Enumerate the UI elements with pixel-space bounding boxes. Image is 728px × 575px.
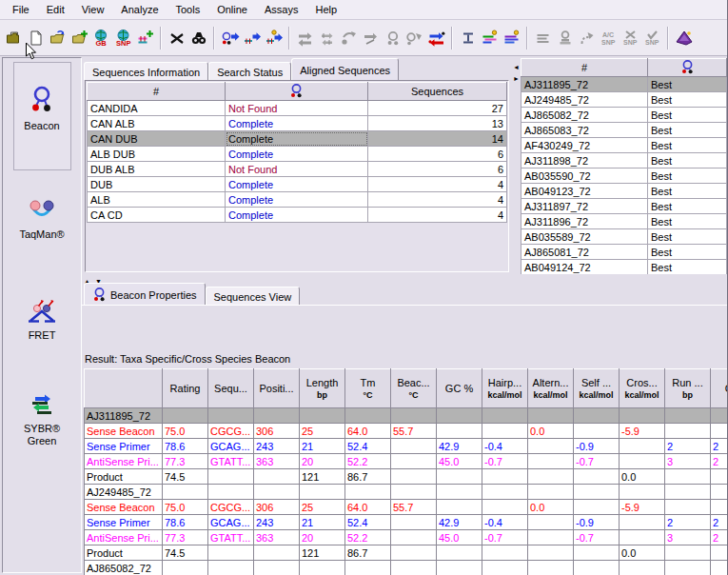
cell-value[interactable]: -0.4	[482, 439, 528, 454]
cell-sequences-count[interactable]: 6	[368, 162, 507, 177]
cell-group-id[interactable]: AJ249485_72	[85, 485, 163, 500]
cell-value[interactable]: -0.9	[574, 439, 620, 454]
cell-value[interactable]: 52.4	[345, 439, 391, 454]
cell-sequence-id[interactable]: AB049124_72	[521, 260, 648, 275]
tab-sequences-information[interactable]: Sequences Information	[84, 62, 208, 80]
cell-status[interactable]: Not Found	[226, 101, 368, 116]
cell-value[interactable]: 2	[711, 454, 728, 469]
cell-row-label[interactable]: Sense Primer	[85, 439, 163, 454]
table-row[interactable]: AB035589_72Best	[521, 229, 727, 245]
table-row[interactable]: Sense Primer78.6GCAG...2432152.442.9-0.4…	[85, 515, 728, 530]
cell-best[interactable]: Best	[648, 153, 727, 169]
cell-value[interactable]: 52.4	[345, 515, 391, 530]
cell-sequences-count[interactable]: 4	[368, 208, 507, 223]
cell-value[interactable]: 3	[665, 454, 711, 469]
cell-best[interactable]: Best	[648, 184, 727, 199]
table-row[interactable]: AJ865081_72Best	[521, 245, 727, 260]
cell-best[interactable]: Best	[648, 123, 727, 138]
cell-value[interactable]: 75.0	[163, 424, 208, 439]
cell-value[interactable]: 121	[300, 545, 345, 561]
cell-value[interactable]: -5.9	[620, 500, 665, 515]
cell-value[interactable]: 243	[254, 515, 300, 530]
cell-sequences-count[interactable]: 4	[368, 177, 507, 192]
cell-value[interactable]: 74.5	[163, 545, 208, 561]
cell-value[interactable]: 20	[300, 454, 345, 469]
cell-value[interactable]	[620, 515, 665, 530]
cell-value[interactable]: 0.0	[620, 545, 665, 561]
cell-best[interactable]: Best	[648, 229, 727, 245]
horizontal-splitter[interactable]: ▲ ▼	[82, 274, 727, 282]
cell-value[interactable]: 86.7	[345, 469, 391, 485]
sidebar-item-fret[interactable]: FRET	[3, 298, 81, 342]
table-row[interactable]: ALBComplete4	[88, 192, 507, 208]
collapse-left-icon[interactable]: ◄	[513, 63, 520, 72]
cell-value[interactable]	[437, 500, 482, 515]
cell-value[interactable]: 3	[665, 530, 711, 545]
menu-item-tools[interactable]: Tools	[167, 1, 209, 18]
cell-group-name[interactable]: ALB DUB	[88, 147, 226, 162]
cell-status[interactable]: Complete	[226, 116, 368, 131]
group-header-row[interactable]: AJ865082_72	[85, 561, 728, 575]
cell-best[interactable]: Best	[648, 138, 727, 153]
cell-sequence-id[interactable]: AJ311895_72	[521, 77, 648, 92]
group-header-row[interactable]: AJ249485_72	[85, 485, 728, 500]
cell-value[interactable]	[482, 469, 528, 485]
cell-value[interactable]	[711, 500, 728, 515]
cell-value[interactable]: 306	[254, 500, 300, 515]
cell-row-label[interactable]: Sense Primer	[85, 515, 163, 530]
cell-value[interactable]	[528, 439, 574, 454]
table-row[interactable]: Product74.512186.70.0	[85, 469, 728, 485]
open-file-button[interactable]	[47, 25, 69, 50]
menu-item-analyze[interactable]: Analyze	[112, 1, 167, 18]
cell-value[interactable]: 52.2	[345, 530, 391, 545]
cell-value[interactable]: 74.5	[163, 469, 208, 485]
collapse-right-icon[interactable]: ►	[513, 74, 520, 84]
table-row[interactable]: AJ311895_72Best	[521, 77, 727, 92]
assays-button[interactable]	[673, 25, 695, 50]
cell-value[interactable]: GCAG...	[208, 515, 254, 530]
table-row[interactable]: AJ311897_72Best	[521, 199, 727, 214]
cell-value[interactable]	[208, 545, 254, 561]
table-row[interactable]: AJ865083_72Best	[521, 123, 727, 138]
table-row[interactable]: DUB ALBNot Found6	[88, 162, 507, 177]
new-document-button[interactable]	[25, 25, 47, 50]
cell-value[interactable]	[711, 545, 728, 561]
menu-item-edit[interactable]: Edit	[38, 1, 73, 18]
find-button[interactable]	[187, 25, 209, 50]
cell-group-name[interactable]: DUB ALB	[88, 162, 226, 177]
table-row[interactable]: AF430249_72Best	[521, 138, 727, 153]
align-view-2-button[interactable]	[501, 25, 522, 50]
cell-value[interactable]	[528, 515, 574, 530]
cell-group-name[interactable]: CA CD	[88, 208, 226, 223]
cell-value[interactable]	[528, 469, 574, 485]
cell-sequences-count[interactable]: 6	[368, 147, 507, 162]
cell-value[interactable]	[528, 545, 574, 561]
cell-value[interactable]: GTATT...	[208, 454, 254, 469]
cell-best[interactable]: Best	[648, 245, 727, 260]
table-row[interactable]: Product74.512186.70.0	[85, 545, 728, 561]
cell-value[interactable]: 21	[300, 439, 345, 454]
cell-status[interactable]: Not Found	[226, 162, 368, 177]
cell-value[interactable]	[208, 469, 254, 485]
cell-value[interactable]: 0.0	[528, 424, 574, 439]
cell-value[interactable]: 77.3	[163, 530, 208, 545]
cell-value[interactable]: 25	[300, 500, 345, 515]
cell-value[interactable]: 77.3	[163, 454, 208, 469]
cell-value[interactable]	[620, 530, 665, 545]
cell-value[interactable]	[437, 424, 482, 439]
cell-status[interactable]: Complete	[226, 192, 368, 208]
cell-value[interactable]	[391, 454, 437, 469]
cell-value[interactable]: -0.7	[482, 530, 528, 545]
cell-value[interactable]: -0.7	[574, 454, 620, 469]
cell-group-name[interactable]: ALB	[88, 192, 226, 208]
table-row[interactable]: DUBComplete4	[88, 177, 507, 192]
cell-value[interactable]	[437, 469, 482, 485]
table-row[interactable]: CANDIDANot Found27	[88, 101, 507, 116]
cell-value[interactable]: 121	[300, 469, 345, 485]
table-row[interactable]: AB049124_72Best	[521, 260, 727, 275]
table-row[interactable]: CA CDComplete4	[88, 208, 507, 223]
table-row[interactable]: Sense Primer78.6GCAG...2432152.442.9-0.4…	[85, 439, 728, 454]
cell-value[interactable]: 42.9	[437, 439, 482, 454]
cell-sequences-count[interactable]: 13	[368, 116, 507, 131]
genbank-retrieve-button[interactable]: GB	[90, 25, 112, 50]
